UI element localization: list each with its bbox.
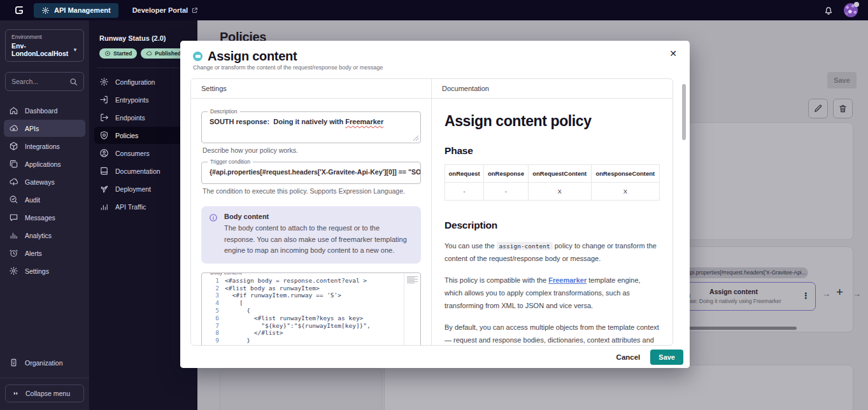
api-menu-item-entrypoints[interactable]: Entrypoints (94, 91, 192, 108)
api-menu-item-documentation[interactable]: Documentation (94, 162, 192, 180)
code-text: <#list body as runwayItem> (225, 285, 404, 292)
freemarker-link[interactable]: Freemarker (548, 276, 587, 284)
docs-paragraph-3: By default, you can access multiple obje… (445, 321, 660, 345)
trigger-condition-field[interactable]: Trigger condition {#api.properties[#requ… (201, 162, 421, 184)
sidebar-item-apis[interactable]: APIs (4, 120, 85, 137)
settings-panel: Description SOUTH response: Doing it nat… (191, 99, 431, 345)
gear-icon (41, 6, 50, 15)
assign-content-policy-icon (193, 52, 203, 61)
developer-portal-link[interactable]: Developer Portal (132, 6, 198, 14)
dialog-scrollbar[interactable] (682, 81, 686, 346)
api-traffic-icon (99, 202, 109, 211)
api-menu-item-policies[interactable]: Policies (94, 127, 192, 144)
sidebar-item-organization[interactable]: Organization (4, 354, 85, 371)
nav-item-label: Audit (25, 196, 40, 204)
user-avatar[interactable] (844, 3, 858, 17)
docs-title: Assign content policy (445, 113, 660, 130)
docs-paragraph-1: You can use the assign-content policy to… (445, 239, 660, 265)
phase-table: onRequestonResponseonRequestContentonRes… (445, 164, 660, 201)
cloud-icon (146, 50, 152, 57)
api-menu-item-api-traffic[interactable]: API Traffic (94, 198, 192, 215)
info-banner-title: Body content (224, 213, 412, 220)
code-text: [ (225, 299, 404, 307)
sidebar-item-gateways[interactable]: Gateways (4, 173, 85, 190)
code-text: { (225, 307, 404, 315)
api-management-button[interactable]: API Management (34, 3, 118, 18)
line-number: 2 (202, 285, 225, 292)
code-line: 4 [ (202, 299, 404, 307)
api-menu-item-configuration[interactable]: Configuration (94, 73, 192, 90)
sidebar-item-audit[interactable]: Audit (4, 191, 85, 208)
api-menu-item-endpoints[interactable]: Endpoints (94, 109, 192, 126)
organization-label: Organization (25, 359, 63, 367)
status-badge-published: Published (141, 48, 186, 59)
code-editor[interactable]: 1<#assign body = response.content?eval >… (202, 277, 404, 345)
save-button[interactable]: Save (650, 350, 683, 365)
api-name: Runway Status (2.0) (89, 20, 197, 42)
sidebar-item-dashboard[interactable]: Dashboard (4, 102, 85, 119)
sidebar-item-settings[interactable]: Settings (4, 262, 85, 279)
phase-table-header: onRequestContent (528, 165, 591, 183)
code-line: 9 } (202, 337, 404, 344)
nav-item-label: Policies (115, 132, 138, 139)
api-menu-item-consumers[interactable]: Consumers (94, 145, 192, 162)
sidebar-search[interactable] (5, 72, 84, 91)
trigger-condition-value: {#api.properties[#request.headers['X-Gra… (202, 162, 420, 183)
status-badge-label: Published (155, 50, 181, 57)
environment-label: Environment (11, 34, 78, 40)
environment-selector[interactable]: Environment Env-LondonLocalHost▼ (5, 29, 84, 62)
sidebar-item-applications[interactable]: Applications (4, 155, 85, 173)
line-number: 1 (202, 277, 225, 285)
cancel-button[interactable]: Cancel (616, 353, 641, 361)
sidebar-divider (0, 378, 89, 378)
status-dot (854, 2, 859, 7)
dialog-scrollbar-thumb[interactable] (682, 84, 686, 140)
api-menu-item-deployment[interactable]: Deployment (94, 180, 192, 197)
collapse-menu-label: Collapse menu (25, 390, 70, 397)
phase-table-cell: X (591, 183, 659, 201)
audit-icon (9, 195, 18, 204)
sidebar-item-alerts[interactable]: Alerts (4, 244, 85, 262)
sidebar-item-messages[interactable]: Messages (4, 209, 85, 226)
trigger-condition-hint: The condition to execute this policy. Su… (203, 187, 421, 195)
line-number: 5 (202, 307, 225, 315)
sidebar-item-integrations[interactable]: Integrations (4, 138, 85, 155)
dialog-subtitle: Change or transform the content of the r… (193, 64, 383, 71)
resize-handle-icon[interactable] (413, 136, 418, 141)
policies-icon (99, 131, 109, 140)
nav-item-label: Integrations (25, 143, 60, 150)
close-icon[interactable]: ✕ (667, 47, 679, 60)
code-line: 6 <#list runwayItem?keys as key> (202, 315, 404, 322)
description-value: SOUTH response: Doing it natively with (210, 118, 345, 125)
play-circle-icon (104, 50, 111, 57)
documentation-icon (99, 166, 109, 176)
gravitee-logo-icon (13, 4, 25, 16)
body-content-editor[interactable]: Body content * 1<#assign body = response… (201, 272, 421, 345)
sidebar-item-analytics[interactable]: Analytics (4, 227, 85, 244)
code-text: } (225, 337, 404, 344)
status-badge-label: Started (113, 50, 132, 57)
entrypoints-icon (99, 95, 109, 104)
code-text: <#list runwayItem?keys as key> (225, 315, 404, 322)
dashboard-icon (9, 106, 18, 115)
alerts-icon (9, 248, 18, 258)
assign-content-dialog: Assign content Change or transform the c… (180, 41, 690, 368)
code-line: 5 { (202, 307, 404, 315)
nav-item-label: Dashboard (25, 107, 57, 115)
settings-header: Settings (191, 79, 431, 99)
collapse-menu-button[interactable]: Collapse menu (5, 385, 84, 402)
search-input[interactable] (11, 78, 66, 85)
info-banner-text: The body content to attach to the reques… (224, 223, 412, 257)
body-content-label: Body content * (208, 272, 248, 276)
settings-icon (9, 266, 18, 276)
code-line: 10 ] (202, 344, 404, 345)
apis-icon (9, 124, 18, 133)
main-sidebar: Environment Env-LondonLocalHost▼ Dashboa… (0, 20, 89, 410)
description-field[interactable]: Description SOUTH response: Doing it nat… (201, 111, 421, 143)
phase-table-header: onResponse (484, 165, 529, 183)
notifications-bell-icon[interactable] (823, 5, 834, 15)
phase-table-cell: - (445, 183, 484, 201)
chevron-down-icon: ▼ (73, 47, 78, 53)
description-value-misspelled: Freemarker (345, 118, 383, 125)
status-badge-started: Started (99, 48, 137, 59)
